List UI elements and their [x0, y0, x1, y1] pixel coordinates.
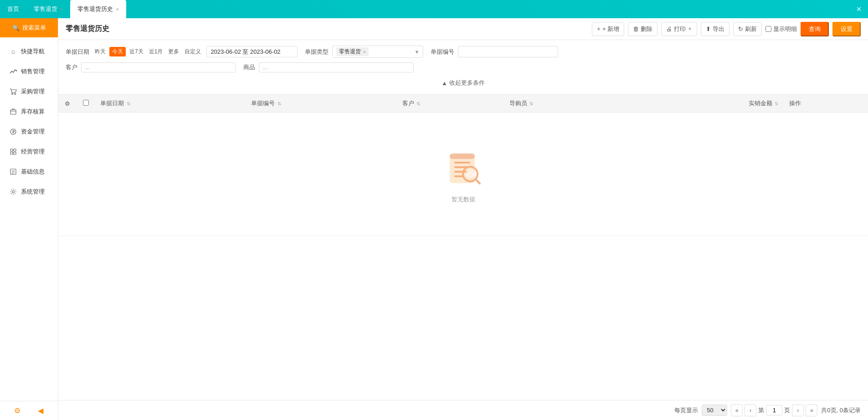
inventory-icon — [9, 108, 17, 116]
col-guide-label: 导购员 — [509, 100, 527, 107]
page-size-select[interactable]: 10 20 50 100 — [702, 405, 727, 416]
delete-button[interactable]: 🗑 删除 — [628, 22, 657, 36]
page-header: 零售退货历史 + + 新增 🗑 删除 🖨 打印 ▼ ⬆ 导出 — [58, 18, 868, 40]
col-date-sort-icon[interactable]: ⇅ — [127, 101, 130, 106]
query-button[interactable]: 查询 — [801, 22, 829, 36]
sidebar-item-system[interactable]: 系统管理 — [2, 182, 56, 201]
settings-button[interactable]: 设置 — [832, 22, 861, 36]
sidebar-item-basic-info[interactable]: 基础信息 — [2, 162, 56, 181]
finance-icon — [9, 128, 17, 136]
svg-point-2 — [15, 93, 16, 95]
doc-no-input[interactable] — [458, 46, 558, 57]
tab-retail-return-close[interactable]: × — [60, 6, 63, 12]
table-body: 暂无数据 — [58, 113, 868, 236]
col-date: 单据日期 ⇅ — [95, 95, 246, 113]
page-input[interactable] — [766, 405, 782, 415]
show-detail-checkbox[interactable] — [765, 26, 771, 32]
col-guide-sort-icon[interactable]: ⇅ — [529, 101, 533, 106]
svg-rect-7 — [10, 152, 13, 154]
tab-retail-return-history[interactable]: 零售退货历史 × — [70, 0, 126, 18]
doc-type-tag-text: 零售退货 — [339, 48, 361, 56]
print-button[interactable]: 🖨 打印 ▼ — [661, 22, 697, 36]
svg-rect-3 — [10, 110, 16, 114]
total-info: 共0页, 0条记录 — [821, 406, 861, 415]
svg-rect-12 — [450, 154, 475, 159]
tab-home[interactable]: 首页 — [0, 0, 26, 18]
date-opt-yesterday[interactable]: 昨天 — [93, 47, 108, 56]
col-settings-icon[interactable]: ⚙ — [65, 100, 70, 107]
sidebar-item-purchase[interactable]: 采购管理 — [2, 82, 56, 101]
doc-type-select[interactable]: 零售退货 × ▼ — [332, 46, 423, 58]
empty-row: 暂无数据 — [58, 113, 868, 236]
svg-rect-13 — [454, 162, 470, 164]
empty-text: 暂无数据 — [452, 195, 475, 204]
table-wrapper: ⚙ 单据日期 ⇅ 单据编号 ⇅ — [58, 95, 868, 400]
sidebar-item-inventory[interactable]: 库存核算 — [2, 102, 56, 121]
customer-select[interactable]: ... — [81, 62, 236, 72]
doc-no-filter-group: 单据编号 — [431, 46, 558, 57]
sidebar-item-inventory-label: 库存核算 — [21, 108, 45, 116]
sidebar: 🔍 搜索菜单 ⌂ 快捷导航 销售管理 — [0, 18, 58, 420]
date-opt-1month[interactable]: 近1月 — [147, 47, 165, 56]
date-label: 单据日期 — [66, 48, 89, 56]
export-button[interactable]: ⬆ 导出 — [701, 22, 729, 36]
col-amount-sort-icon[interactable]: ⇅ — [775, 101, 778, 106]
table-header-row: ⚙ 单据日期 ⇅ 单据编号 ⇅ — [58, 95, 868, 113]
select-all-checkbox[interactable] — [83, 100, 89, 106]
collapse-sidebar-icon[interactable]: ◀ — [34, 404, 47, 418]
page-prev-button[interactable]: ‹ — [745, 405, 756, 416]
collapse-more-btn[interactable]: ▲ 收起更多条件 — [66, 77, 861, 89]
pagination-bar: 每页显示 10 20 50 100 « ‹ 第 页 › » 共0页, 0条记录 — [58, 400, 868, 420]
page-size-label: 每页显示 — [674, 406, 698, 415]
sidebar-item-operation[interactable]: 经营管理 — [2, 142, 56, 161]
goods-select[interactable]: ... — [259, 62, 414, 72]
settings-bottom-icon[interactable]: ⚙ — [10, 404, 24, 418]
sidebar-search[interactable]: 🔍 搜索菜单 — [0, 18, 58, 37]
add-button[interactable]: + + 新增 — [592, 22, 624, 36]
svg-point-10 — [12, 191, 15, 193]
tab-retail-return-history-close[interactable]: × — [116, 6, 118, 12]
col-check — [77, 95, 95, 113]
col-customer-sort-icon[interactable]: ⇅ — [416, 101, 420, 106]
page-next-button[interactable]: › — [792, 405, 804, 416]
col-settings: ⚙ — [58, 95, 77, 113]
empty-cell: 暂无数据 — [58, 113, 868, 236]
tab-retail-return[interactable]: 零售退货 × — [26, 0, 70, 18]
date-range-input[interactable] — [206, 46, 298, 57]
page-first-button[interactable]: « — [731, 405, 743, 416]
window-close-button[interactable]: × — [850, 0, 868, 18]
date-opt-custom[interactable]: 自定义 — [183, 47, 203, 56]
doc-type-tag-close[interactable]: × — [363, 49, 365, 55]
sidebar-item-quick-nav[interactable]: ⌂ 快捷导航 — [2, 42, 56, 61]
col-docno-sort-icon[interactable]: ⇅ — [277, 101, 281, 106]
main-layout: 🔍 搜索菜单 ⌂ 快捷导航 销售管理 — [0, 18, 868, 420]
filter-row-2: 客户 ... 商品 ... — [66, 62, 861, 72]
col-docno: 单据编号 ⇅ — [246, 95, 396, 113]
col-docno-label: 单据编号 — [251, 100, 275, 107]
svg-rect-16 — [454, 175, 463, 177]
page-actions: + + 新增 🗑 删除 🖨 打印 ▼ ⬆ 导出 ↻ — [592, 22, 861, 36]
home-icon: ⌂ — [9, 47, 17, 56]
date-opt-today[interactable]: 今天 — [109, 47, 126, 56]
svg-rect-6 — [14, 149, 16, 151]
doc-type-label: 单据类型 — [305, 48, 329, 56]
sales-icon — [9, 67, 17, 76]
date-opt-7days[interactable]: 近7天 — [128, 47, 145, 56]
tab-list: 首页 零售退货 × 零售退货历史 × — [0, 0, 850, 18]
empty-state: 暂无数据 — [64, 117, 863, 231]
refresh-button[interactable]: ↻ 刷新 — [733, 22, 762, 36]
doc-type-tag: 零售退货 × — [336, 47, 368, 56]
svg-point-1 — [12, 93, 13, 95]
empty-illustration — [441, 144, 486, 190]
col-customer: 客户 ⇅ — [397, 95, 504, 113]
col-customer-label: 客户 — [402, 100, 414, 107]
page-title: 零售退货历史 — [66, 24, 109, 34]
sidebar-item-sales[interactable]: 销售管理 — [2, 62, 56, 81]
date-opt-more[interactable]: 更多 — [166, 47, 181, 56]
goods-placeholder: ... — [263, 64, 267, 71]
sidebar-item-finance[interactable]: 资金管理 — [2, 122, 56, 141]
search-icon: 🔍 — [12, 25, 20, 31]
add-icon: + — [597, 26, 601, 32]
doc-type-filter-group: 单据类型 零售退货 × ▼ — [305, 46, 423, 58]
page-last-button[interactable]: » — [806, 405, 817, 416]
